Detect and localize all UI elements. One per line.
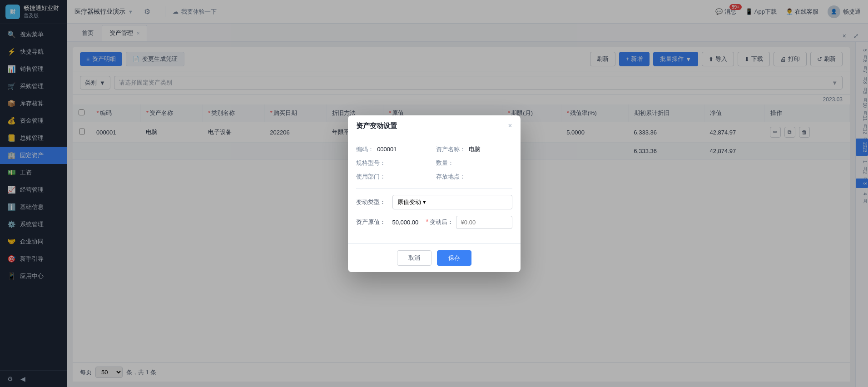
modal-code-field: 编码： 000001	[356, 145, 432, 154]
modal-code-label: 编码：	[356, 146, 374, 153]
after-value-input[interactable]	[456, 216, 512, 229]
modal-location-field: 存放地点：	[436, 173, 512, 181]
after-required-star: *	[426, 218, 428, 226]
modal-dept-field: 使用部门：	[356, 173, 432, 181]
original-value-row: 资产原值： 50,000.00 * 变动后：	[356, 216, 512, 229]
modal-dept-label: 使用部门：	[356, 173, 386, 180]
modal-code-value: 000001	[377, 146, 397, 153]
save-button[interactable]: 保存	[437, 250, 471, 266]
modal-qty-field: 数量：	[436, 159, 512, 167]
modal-close-btn[interactable]: ×	[508, 122, 512, 130]
original-value-display: 50,000.00	[392, 219, 419, 226]
change-type-row: 变动类型： 原值变动 ▾	[356, 195, 512, 209]
cancel-button[interactable]: 取消	[397, 250, 432, 266]
modal-header: 资产变动设置 ×	[348, 115, 521, 137]
asset-change-modal: 资产变动设置 × 编码： 000001 资产名称： 电脑 规格型号： 数量：	[348, 115, 521, 272]
change-type-label: 变动类型：	[356, 198, 392, 206]
modal-divider	[356, 188, 512, 189]
modal-overlay: 资产变动设置 × 编码： 000001 资产名称： 电脑 规格型号： 数量：	[0, 0, 868, 387]
modal-asset-name-value: 电脑	[469, 146, 481, 153]
modal-title: 资产变动设置	[356, 122, 397, 130]
modal-qty-label: 数量：	[436, 159, 454, 166]
modal-location-label: 存放地点：	[436, 173, 466, 180]
modal-footer: 取消 保存	[348, 243, 521, 272]
modal-info-grid: 编码： 000001 资产名称： 电脑 规格型号： 数量： 使用部门：	[356, 145, 512, 181]
change-type-arrow: ▾	[423, 198, 426, 205]
original-value-label: 资产原值：	[356, 218, 392, 226]
modal-spec-label: 规格型号：	[356, 159, 386, 166]
modal-spec-field: 规格型号：	[356, 159, 432, 167]
change-type-select[interactable]: 原值变动 ▾	[392, 195, 512, 209]
modal-name-field: 资产名称： 电脑	[436, 145, 512, 154]
modal-asset-name-label: 资产名称：	[436, 146, 466, 153]
after-label: 变动后：	[430, 218, 453, 226]
modal-body: 编码： 000001 资产名称： 电脑 规格型号： 数量： 使用部门：	[348, 137, 521, 243]
change-type-value: 原值变动	[397, 198, 421, 206]
